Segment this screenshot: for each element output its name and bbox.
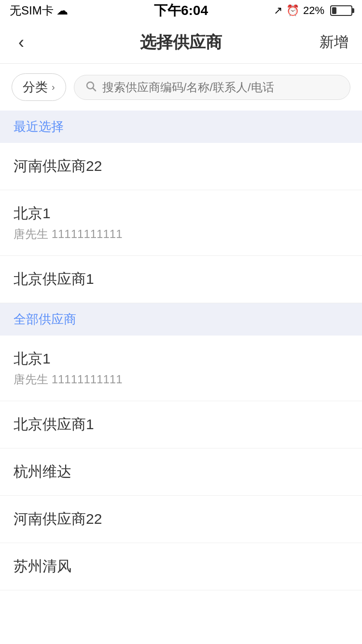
item-name: 北京供应商1: [14, 415, 348, 434]
chevron-right-icon: ›: [52, 82, 55, 93]
item-name: 苏州清风: [14, 557, 348, 576]
status-left: 无SIM卡 ☁: [10, 3, 68, 18]
alarm-icon: ⏰: [286, 4, 299, 17]
location-icon: ↗: [274, 4, 282, 17]
new-supplier-button[interactable]: 新增: [320, 32, 348, 52]
search-box: [74, 75, 350, 100]
list-item[interactable]: 北京供应商1: [0, 256, 362, 303]
list-item[interactable]: 北京1 唐先生 11111111111: [0, 190, 362, 256]
item-detail: 唐先生 11111111111: [14, 226, 348, 242]
item-name: 河南供应商22: [14, 509, 348, 529]
item-name: 杭州维达: [14, 462, 348, 482]
search-input[interactable]: [102, 81, 339, 94]
list-item[interactable]: 苏州清风: [0, 543, 362, 590]
item-detail: 唐先生 11111111111: [14, 372, 348, 387]
item-name: 河南供应商22: [14, 156, 348, 176]
battery-text: 22%: [303, 4, 324, 17]
all-list: 北京1 唐先生 11111111111 北京供应商1 杭州维达 河南供应商22 …: [0, 336, 362, 590]
no-sim-text: 无SIM卡 ☁: [10, 3, 68, 18]
item-name: 北京供应商1: [14, 269, 348, 289]
status-time: 下午6:04: [154, 1, 208, 20]
category-label: 分类: [23, 79, 48, 96]
search-icon: [85, 80, 97, 95]
all-section-label: 全部供应商: [14, 312, 76, 326]
recent-list: 河南供应商22 北京1 唐先生 11111111111 北京供应商1: [0, 143, 362, 303]
item-name: 北京1: [14, 349, 348, 369]
all-section-header: 全部供应商: [0, 303, 362, 336]
list-item[interactable]: 北京1 唐先生 11111111111: [0, 336, 362, 401]
recent-section-label: 最近选择: [14, 119, 64, 134]
list-item[interactable]: 杭州维达: [0, 448, 362, 496]
battery-icon: [330, 5, 352, 16]
status-right: ↗ ⏰ 22%: [274, 4, 352, 17]
filter-bar: 分类 ›: [0, 64, 362, 111]
list-item[interactable]: 北京供应商1: [0, 401, 362, 448]
list-item[interactable]: 河南供应商22: [0, 496, 362, 543]
category-button[interactable]: 分类 ›: [12, 73, 66, 101]
back-button[interactable]: ‹: [14, 29, 29, 56]
recent-section-header: 最近选择: [0, 111, 362, 143]
list-item[interactable]: 河南供应商22: [0, 143, 362, 190]
svg-line-1: [93, 88, 96, 91]
nav-bar: ‹ 选择供应商 新增: [0, 21, 362, 64]
status-bar: 无SIM卡 ☁ 下午6:04 ↗ ⏰ 22%: [0, 0, 362, 21]
item-name: 北京1: [14, 204, 348, 224]
page-title: 选择供应商: [140, 31, 222, 54]
